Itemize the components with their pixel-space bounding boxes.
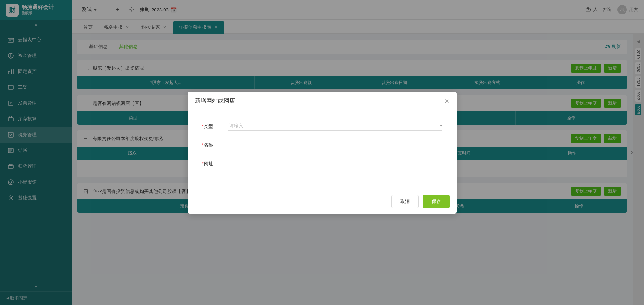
modal-title: 新增网站或网店: [195, 97, 235, 105]
type-label: *类型: [202, 123, 224, 130]
modal-overlay: 新增网站或网店 ✕ *类型 ▾ *名称: [0, 0, 644, 305]
url-input[interactable]: [228, 160, 442, 166]
modal-close-btn[interactable]: ✕: [444, 97, 450, 105]
url-label-text: 网址: [204, 161, 213, 166]
modal-header: 新增网站或网店 ✕: [188, 92, 457, 111]
name-label-text: 名称: [204, 142, 213, 148]
modal-footer: 取消 保存: [188, 189, 457, 214]
cancel-button[interactable]: 取消: [391, 195, 419, 208]
form-row-name: *名称: [202, 141, 442, 149]
type-input-wrap: ▾: [228, 122, 442, 131]
url-label: *网址: [202, 161, 224, 167]
type-input[interactable]: [228, 122, 440, 129]
form-row-url: *网址: [202, 160, 442, 168]
name-input[interactable]: [228, 141, 442, 148]
name-input-wrap: [228, 141, 442, 149]
type-dropdown-arrow[interactable]: ▾: [440, 123, 442, 128]
modal-body: *类型 ▾ *名称 *网址: [188, 111, 457, 189]
add-website-modal: 新增网站或网店 ✕ *类型 ▾ *名称: [188, 92, 457, 214]
url-input-wrap: [228, 160, 442, 168]
name-label: *名称: [202, 142, 224, 148]
type-label-text: 类型: [204, 124, 213, 129]
save-button[interactable]: 保存: [423, 195, 450, 208]
form-row-type: *类型 ▾: [202, 122, 442, 131]
